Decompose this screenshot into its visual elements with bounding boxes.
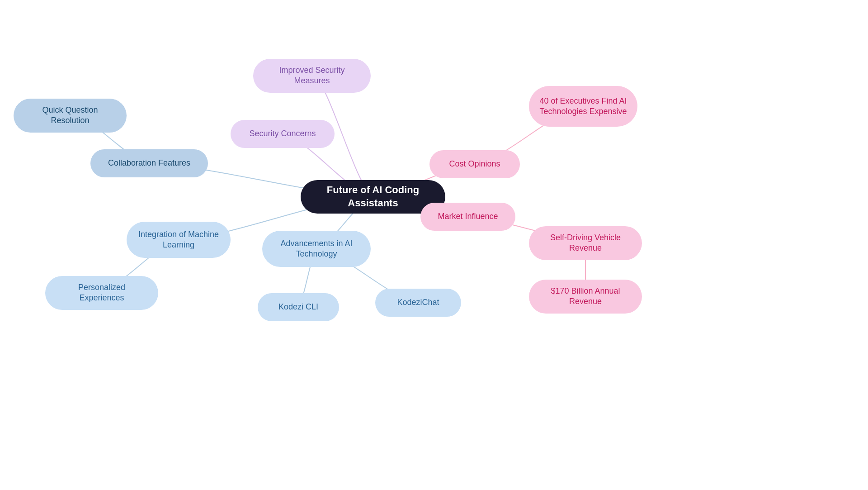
node-170-billion: $170 Billion Annual Revenue — [529, 280, 642, 314]
node-kodezi-cli: Kodezi CLI — [258, 293, 339, 321]
node-40-executives: 40 of Executives Find AI Technologies Ex… — [529, 86, 637, 127]
mind-map-container: Future of AI Coding AssistantsImproved S… — [0, 0, 868, 490]
node-market-influence: Market Influence — [420, 203, 515, 231]
node-cost-opinions: Cost Opinions — [429, 150, 520, 178]
node-advancements-ai: Advancements in AI Technology — [262, 231, 371, 267]
node-security-concerns: Security Concerns — [231, 120, 335, 148]
node-quick-question: Quick Question Resolution — [14, 99, 127, 133]
node-self-driving: Self-Driving Vehicle Revenue — [529, 226, 642, 260]
node-personalized: Personalized Experiences — [45, 276, 158, 310]
node-improved-security: Improved Security Measures — [253, 59, 371, 93]
node-integration-ml: Integration of Machine Learning — [127, 222, 231, 258]
node-kodezi-chat: KodeziChat — [375, 289, 461, 317]
node-collaboration: Collaboration Features — [90, 149, 208, 177]
